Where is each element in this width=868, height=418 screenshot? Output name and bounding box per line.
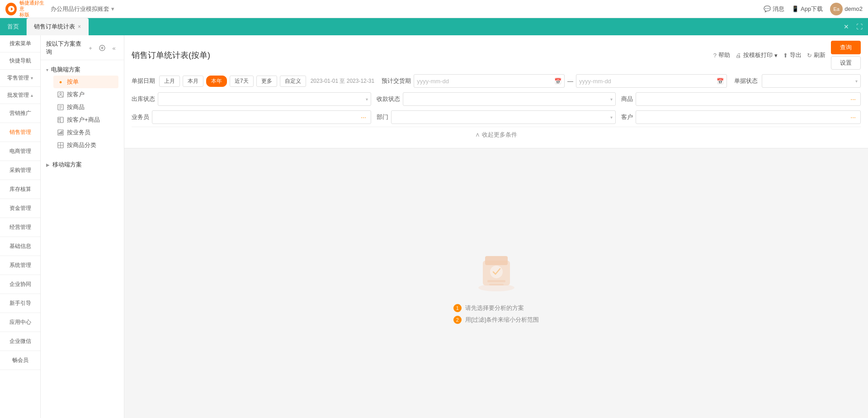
- sidebar-item-basic[interactable]: 基础信息: [0, 237, 40, 256]
- receive-status-select[interactable]: ▾: [403, 92, 616, 106]
- help-button[interactable]: ? 帮助: [713, 51, 730, 59]
- app-download-icon: 📱: [792, 5, 799, 12]
- mobile-category-label[interactable]: ▶ 移动端方案: [46, 159, 118, 171]
- date-more-button[interactable]: 更多: [256, 76, 277, 87]
- customer-more-icon: ···: [849, 114, 858, 121]
- maximize-button[interactable]: ⛶: [854, 21, 864, 32]
- date-this-month-button[interactable]: 本月: [183, 76, 203, 87]
- scheme-item-by-customer[interactable]: 按客户: [53, 88, 118, 101]
- goods-more-icon: ···: [849, 95, 858, 103]
- tab-bar: 首页 销售订单统计表 × ✕ ⛶: [0, 18, 868, 35]
- empty-hints: 1 请先选择要分析的方案 2 用[过滤]条件来缩小分析范围: [453, 304, 539, 324]
- refresh-button[interactable]: ↻ 刷新: [807, 51, 826, 59]
- scheme-icon-box: [57, 104, 64, 111]
- sidebar-item-enterprise[interactable]: 企业协同: [0, 275, 40, 294]
- app-download-button[interactable]: 📱 App下载: [792, 5, 823, 13]
- collapse-panel-button[interactable]: «: [109, 43, 118, 52]
- minimize-button[interactable]: ✕: [842, 21, 851, 32]
- breadcrumb: 办公用品行业模拟账套 ▾: [46, 5, 764, 13]
- dept-select[interactable]: ▾: [391, 110, 616, 124]
- sidebar-item-search[interactable]: 搜索菜单: [0, 35, 40, 52]
- sidebar-item-wholesale[interactable]: 批发管理 ▴: [0, 87, 40, 104]
- customer-select[interactable]: ···: [636, 110, 861, 124]
- tab-bar-right: ✕ ⛶: [842, 18, 868, 35]
- date-last7-button[interactable]: 近7天: [230, 76, 254, 87]
- status-select[interactable]: ▾: [762, 74, 861, 88]
- receive-status-dropdown-icon: ▾: [610, 97, 613, 102]
- expected-date-group: 预计交货期 yyyy-mm-dd 📅 — yyyy-mm-dd 📅: [382, 74, 727, 88]
- settings-button[interactable]: 设置: [831, 56, 861, 70]
- filter-area: 销售订单统计表(按单) ? 帮助 🖨 按模板打印 ▾ ⬆: [124, 35, 868, 148]
- content-area: 按以下方案查询 + « ▾ 电脑端方案: [41, 35, 868, 418]
- user-area[interactable]: Ea demo2: [830, 3, 863, 15]
- scheme-list: ● 按单 按客户: [46, 76, 118, 152]
- collapse-bar[interactable]: ∧ 收起更多条件: [132, 127, 861, 142]
- scheme-item-by-category[interactable]: 按商品分类: [53, 139, 118, 152]
- scheme-icon-person-box: [57, 116, 64, 124]
- tab-close-icon[interactable]: ×: [78, 24, 81, 30]
- sidebar-item-member[interactable]: 畅会员: [0, 351, 40, 370]
- export-button[interactable]: ⬆ 导出: [783, 51, 802, 59]
- refresh-icon: ↻: [807, 52, 812, 59]
- salesman-input: ···: [152, 110, 371, 124]
- sidebar-item-purchase[interactable]: 采购管理: [0, 161, 40, 180]
- print-button[interactable]: 🖨 按模板打印 ▾: [736, 51, 778, 59]
- sidebar-item-finance[interactable]: 资金管理: [0, 199, 40, 218]
- sidebar-item-newuser[interactable]: 新手引导: [0, 294, 40, 313]
- expected-date-from-placeholder: yyyy-mm-dd: [417, 78, 552, 85]
- date-range-display: 2023-01-01 至 2023-12-31: [311, 77, 374, 85]
- query-button[interactable]: 查询: [831, 41, 861, 54]
- page-title: 销售订单统计表(按单): [132, 50, 210, 61]
- date-custom-button[interactable]: 自定义: [280, 76, 306, 87]
- date-last-month-button[interactable]: 上月: [159, 76, 180, 87]
- top-right: 💬 消息 📱 App下载 Ea demo2: [764, 3, 863, 15]
- sidebar-item-wechat[interactable]: 企业微信: [0, 332, 40, 351]
- date-label: 单据日期: [132, 77, 156, 85]
- sidebar-item-operation[interactable]: 经营管理: [0, 218, 40, 237]
- sidebar-item-system[interactable]: 系统管理: [0, 256, 40, 275]
- sidebar-item-shortcuts[interactable]: 快捷导航: [0, 52, 40, 70]
- filter-row2: 出库状态 ▾ 收款状态 ▾: [132, 92, 861, 106]
- sidebar-item-ecommerce[interactable]: 电商管理: [0, 142, 40, 161]
- sidebar-item-sales[interactable]: 销售管理: [0, 123, 40, 142]
- svg-point-19: [490, 266, 503, 278]
- svg-point-8: [59, 119, 60, 120]
- edit-scheme-button[interactable]: [98, 43, 107, 52]
- add-scheme-button[interactable]: +: [86, 43, 95, 52]
- svg-rect-18: [485, 256, 508, 265]
- filter-toolbar: 销售订单统计表(按单) ? 帮助 🖨 按模板打印 ▾ ⬆: [132, 41, 861, 70]
- dept-label: 部门: [377, 113, 388, 121]
- right-panel: 销售订单统计表(按单) ? 帮助 🖨 按模板打印 ▾ ⬆: [124, 35, 868, 418]
- message-icon: 💬: [764, 5, 771, 12]
- tab-home[interactable]: 首页: [0, 18, 27, 35]
- scheme-item-by-order[interactable]: ● 按单: [53, 76, 118, 88]
- empty-illustration: [469, 242, 524, 297]
- scheme-icon-bar: [57, 129, 64, 136]
- date-this-year-button[interactable]: 本年: [206, 76, 227, 87]
- svg-rect-10: [59, 133, 60, 134]
- ship-status-input: ▾: [158, 92, 371, 106]
- message-button[interactable]: 💬 消息: [764, 5, 784, 13]
- expected-date-from[interactable]: yyyy-mm-dd 📅: [414, 74, 565, 88]
- pc-category-label[interactable]: ▾ 电脑端方案: [46, 64, 118, 76]
- receive-status-input: ▾: [403, 92, 616, 106]
- print-expand-icon: ▾: [774, 52, 778, 59]
- tab-current[interactable]: 销售订单统计表 ×: [27, 18, 89, 35]
- goods-select[interactable]: ···: [636, 92, 861, 106]
- scheme-item-by-goods[interactable]: 按商品: [53, 101, 118, 114]
- expected-date-to[interactable]: yyyy-mm-dd 📅: [576, 74, 727, 88]
- ship-status-select[interactable]: ▾: [158, 92, 371, 106]
- salesman-select[interactable]: ···: [152, 110, 371, 124]
- goods-label: 商品: [621, 95, 633, 103]
- dept-input: ▾: [391, 110, 616, 124]
- export-icon: ⬆: [783, 52, 788, 59]
- sidebar-item-marketing[interactable]: 营销推广: [0, 104, 40, 123]
- filter-actions: ? 帮助 🖨 按模板打印 ▾ ⬆ 导出 ↻: [713, 41, 861, 70]
- scheme-item-by-salesman[interactable]: 按业务员: [53, 126, 118, 139]
- scheme-item-by-customer-goods[interactable]: 按客户+商品: [53, 114, 118, 126]
- sidebar-item-inventory[interactable]: 库存核算: [0, 180, 40, 199]
- sidebar-item-retail[interactable]: 零售管理 ▾: [0, 70, 40, 87]
- svg-rect-11: [60, 132, 61, 134]
- sidebar-item-appcenter[interactable]: 应用中心: [0, 313, 40, 332]
- calendar-from-icon: 📅: [554, 78, 561, 85]
